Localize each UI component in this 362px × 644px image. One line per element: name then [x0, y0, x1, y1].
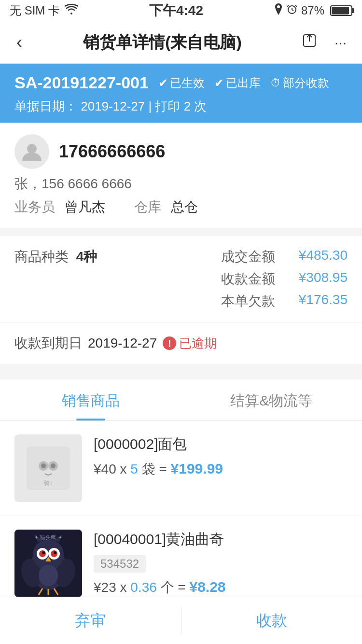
tab-sales-products[interactable]: 销售商品 — [0, 379, 181, 420]
customer-section: 17666666666 张，156 6666 6666 业务员 曾凡杰 仓库 总… — [0, 123, 362, 228]
divider-1 — [0, 228, 362, 236]
svg-point-2 — [27, 144, 37, 154]
alarm-icon — [287, 4, 297, 17]
banner-date: 单据日期： 2019-12-27 | 打印 2 次 — [14, 98, 348, 115]
svg-point-19 — [54, 551, 56, 554]
product-price-2: ¥23 x 0.36 个 = ¥8.28 — [94, 578, 348, 597]
nav-bar: ‹ 销货单详情(来自电脑) ··· — [0, 21, 362, 64]
amount-row: 成交金额 ¥485.30 — [221, 248, 348, 266]
svg-point-18 — [42, 551, 45, 554]
battery-percent: 87% — [301, 4, 324, 17]
svg-point-7 — [51, 463, 56, 468]
order-id: SA-20191227-001 — [14, 73, 149, 92]
stats-section: 商品种类 4种 成交金额 ¥485.30 收款金额 ¥308.95 本单欠款 ¥… — [0, 236, 362, 322]
customer-phone: 17666666666 — [59, 141, 165, 162]
svg-text:鸮+: 鸮+ — [43, 480, 53, 487]
tab-settlement[interactable]: 结算&物流等 — [181, 379, 362, 420]
product-thumb-2: ✦ 猫头鹰 ✦ — [14, 530, 82, 597]
check-icon-2: ✔ — [214, 76, 224, 90]
svg-point-6 — [41, 463, 46, 468]
product-thumb-1: 鸮+ — [14, 434, 82, 502]
status-badge-2: ✔ 已出库 — [214, 75, 261, 91]
status-right: 87% — [274, 3, 352, 18]
product-info-2: [00040001]黄油曲奇 534532 ¥23 x 0.36 个 = ¥8.… — [94, 530, 348, 597]
receipt-row: 收款金额 ¥308.95 — [221, 270, 348, 288]
product-info-1: [0000002]面包 ¥40 x 5 袋 = ¥199.99 — [94, 434, 348, 478]
product-price-1: ¥40 x 5 袋 = ¥199.99 — [94, 460, 348, 478]
customer-name: 张，156 6666 6666 — [14, 175, 348, 193]
overdue-badge: ! 已逾期 — [163, 335, 217, 352]
battery-icon — [330, 5, 352, 16]
location-icon — [274, 3, 283, 18]
back-button[interactable]: ‹ — [12, 28, 27, 57]
nav-actions: ··· — [298, 29, 350, 56]
stats-right: 成交金额 ¥485.30 收款金额 ¥308.95 本单欠款 ¥176.35 — [221, 248, 348, 310]
overdue-dot-icon: ! — [163, 336, 176, 350]
stats-left: 商品种类 4种 — [14, 248, 97, 266]
confirm-button[interactable]: 收款 — [181, 597, 362, 644]
debt-row: 本单欠款 ¥176.35 — [221, 292, 348, 310]
avatar — [14, 134, 49, 169]
status-bar: 无 SIM 卡 下午4:42 87% — [0, 0, 362, 21]
product-sku-2: 534532 — [94, 555, 146, 573]
sales-info: 业务员 曾凡杰 — [14, 198, 105, 216]
share-button[interactable] — [298, 29, 321, 56]
divider-2 — [0, 364, 362, 372]
due-section: 收款到期日 2019-12-27 ! 已逾期 — [0, 322, 362, 364]
warehouse-info: 仓库 总仓 — [134, 198, 198, 216]
customer-top: 17666666666 — [14, 134, 348, 169]
tabs-section: 销售商品 结算&物流等 — [0, 379, 362, 421]
page-title: 销货单详情(来自电脑) — [83, 31, 242, 54]
svg-text:✦ 猫头鹰 ✦: ✦ 猫头鹰 ✦ — [34, 534, 62, 540]
status-badge-1: ✔ 已生效 — [158, 75, 205, 91]
cancel-button[interactable]: 弃审 — [0, 597, 181, 644]
check-icon-1: ✔ — [158, 76, 168, 90]
customer-meta: 业务员 曾凡杰 仓库 总仓 — [14, 198, 348, 216]
more-button[interactable]: ··· — [331, 30, 350, 55]
banner-top: SA-20191227-001 ✔ 已生效 ✔ 已出库 ⏱ 部分收款 — [14, 73, 348, 92]
thumb-placeholder-1: 鸮+ — [14, 434, 82, 502]
status-left: 无 SIM 卡 — [10, 3, 78, 18]
wifi-icon — [65, 4, 78, 17]
header-banner: SA-20191227-001 ✔ 已生效 ✔ 已出库 ⏱ 部分收款 单据日期：… — [0, 64, 362, 123]
product-name-2: [00040001]黄油曲奇 — [94, 530, 348, 549]
product-list: 鸮+ [0000002]面包 ¥40 x 5 袋 = ¥199.99 — [0, 421, 362, 611]
clock-icon: ⏱ — [270, 77, 281, 89]
status-badge-3: ⏱ 部分收款 — [270, 75, 329, 91]
bottom-bar: 弃审 收款 — [0, 597, 362, 644]
status-time: 下午4:42 — [149, 1, 203, 20]
product-name-1: [0000002]面包 — [94, 434, 348, 454]
product-item: 鸮+ [0000002]面包 ¥40 x 5 袋 = ¥199.99 — [0, 421, 362, 516]
carrier-label: 无 SIM 卡 — [10, 3, 60, 18]
svg-point-23 — [39, 565, 58, 586]
